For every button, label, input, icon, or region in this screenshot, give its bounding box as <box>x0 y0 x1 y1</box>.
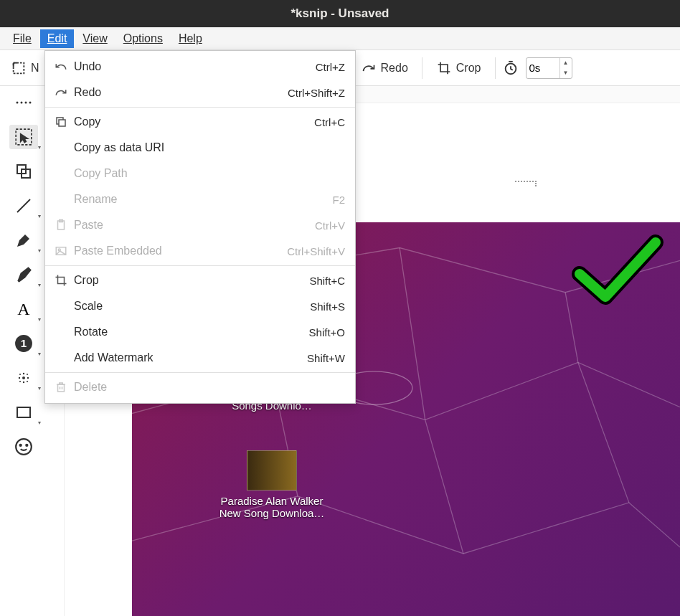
tool-rectangle[interactable]: ▾ <box>9 400 38 425</box>
menu-item-copy[interactable]: Copy Ctrl+C <box>45 109 355 135</box>
dropdown-indicator-icon: ▾ <box>38 351 41 357</box>
menu-item-undo[interactable]: Undo Ctrl+Z <box>45 54 355 80</box>
svg-point-12 <box>19 377 20 379</box>
checkmark-annotation[interactable] <box>571 231 664 310</box>
menubar: File Edit View Options Help <box>0 27 680 50</box>
tool-number[interactable]: 1 ▾ <box>9 331 38 356</box>
desktop-icon-label: Paradise Alan Walker New Song Downloa… <box>211 495 333 519</box>
menu-item-crop[interactable]: Crop Shift+C <box>45 267 355 293</box>
blank-icon <box>52 166 70 181</box>
toolbar-separator <box>495 57 496 79</box>
delay-up[interactable]: ▲ <box>560 58 572 68</box>
blank-icon <box>52 141 70 155</box>
image-icon <box>52 244 70 258</box>
new-capture-button[interactable]: N <box>4 57 46 80</box>
menu-item-shortcut: Shift+C <box>309 275 345 287</box>
menu-item-label: Copy Path <box>74 167 345 180</box>
dropdown-indicator-icon: ▾ <box>38 316 41 323</box>
tool-duplicate[interactable] <box>9 159 38 184</box>
tool-sticker[interactable] <box>9 435 38 459</box>
dropdown-indicator-icon: ▾ <box>38 385 41 392</box>
menu-item-label: Paste Embedded <box>74 245 287 257</box>
menu-item-watermark[interactable]: Add Watermark Shift+W <box>45 345 355 371</box>
menu-item-shortcut: Shift+O <box>309 326 345 338</box>
timer-icon <box>503 60 519 76</box>
svg-rect-30 <box>58 384 65 392</box>
svg-point-5 <box>29 102 32 104</box>
blank-icon <box>52 325 70 339</box>
svg-point-21 <box>16 439 32 455</box>
menu-item-label: Crop <box>74 274 309 287</box>
menu-separator <box>45 372 355 373</box>
menu-item-shortcut: Ctrl+Z <box>316 61 345 73</box>
svg-text:1: 1 <box>21 337 27 349</box>
redo-label: Redo <box>381 62 408 75</box>
dropdown-indicator-icon: ▾ <box>38 213 41 219</box>
svg-point-2 <box>16 102 19 104</box>
menu-separator <box>45 265 355 266</box>
menu-item-scale[interactable]: Scale Shift+S <box>45 293 355 319</box>
menu-view[interactable]: View <box>75 29 114 48</box>
menu-item-shortcut: Ctrl+C <box>314 116 345 128</box>
menu-item-label: Copy <box>74 115 314 128</box>
svg-point-22 <box>20 445 22 446</box>
menu-item-rotate[interactable]: Rotate Shift+O <box>45 319 355 345</box>
svg-point-4 <box>25 102 27 104</box>
crop-button[interactable]: Crop <box>430 57 488 80</box>
tool-sidebar: ▾ ▾ ▾ ▾ A ▾ 1 ▾ ▾ ▾ <box>0 86 47 616</box>
redo-button[interactable]: Redo <box>354 57 415 80</box>
tool-select[interactable]: ▾ <box>9 125 38 149</box>
svg-rect-25 <box>59 120 65 126</box>
copy-icon <box>52 115 70 129</box>
trash-icon <box>52 380 70 394</box>
menu-item-label: Rename <box>74 193 332 206</box>
menu-item-label: Delete <box>74 381 345 394</box>
menu-file[interactable]: File <box>6 29 39 48</box>
crop-select-icon <box>11 60 27 76</box>
svg-point-18 <box>19 381 21 382</box>
menu-item-label: Add Watermark <box>74 351 307 364</box>
delay-spinbox[interactable]: ▲ ▼ <box>526 57 572 79</box>
dropdown-indicator-icon: ▾ <box>38 282 41 288</box>
undo-icon <box>52 60 70 74</box>
menu-item-redo[interactable]: Redo Ctrl+Shift+Z <box>45 80 355 105</box>
menu-item-copy-data-uri[interactable]: Copy as data URI <box>45 135 355 161</box>
titlebar: *ksnip - Unsaved <box>0 0 680 27</box>
tool-pen[interactable]: ▾ <box>9 228 38 252</box>
svg-point-23 <box>26 445 27 446</box>
menu-item-label: Rotate <box>74 326 309 338</box>
toolbar-separator <box>422 57 422 79</box>
menu-item-paste-embedded: Paste Embedded Ctrl+Shift+V <box>45 238 355 264</box>
window-title: *ksnip - Unsaved <box>291 6 389 21</box>
new-button-label: N <box>31 62 39 75</box>
paste-icon <box>52 218 70 232</box>
delay-input[interactable] <box>526 60 559 75</box>
menu-item-label: Copy as data URI <box>74 141 345 154</box>
dropdown-indicator-icon: ▾ <box>38 420 41 426</box>
desktop-icon: Paradise Alan Walker New Song Downloa… <box>211 450 333 519</box>
delay-down[interactable]: ▼ <box>560 68 572 78</box>
menu-item-shortcut: Shift+W <box>307 352 345 364</box>
menu-item-delete: Delete <box>45 374 355 400</box>
tool-line[interactable]: ▾ <box>9 194 38 218</box>
tool-text[interactable]: A ▾ <box>9 297 38 321</box>
dropdown-indicator-icon: ▾ <box>38 247 41 254</box>
tool-marker[interactable]: ▾ <box>9 262 38 287</box>
svg-point-19 <box>27 381 28 382</box>
crop-icon <box>52 273 70 288</box>
menu-help[interactable]: Help <box>171 29 209 48</box>
menu-item-label: Undo <box>74 60 316 73</box>
redo-icon <box>52 85 70 100</box>
menu-options[interactable]: Options <box>116 29 170 48</box>
tool-move[interactable] <box>9 90 38 115</box>
crop-label: Crop <box>456 62 481 75</box>
tool-blur[interactable]: ▾ <box>9 366 38 390</box>
menu-item-label: Redo <box>74 86 288 99</box>
svg-point-3 <box>21 102 23 104</box>
menu-item-shortcut: Ctrl+Shift+V <box>287 245 345 257</box>
svg-point-15 <box>23 382 24 383</box>
edit-menu-dropdown: Undo Ctrl+Z Redo Ctrl+Shift+Z Copy Ctrl+… <box>44 50 356 404</box>
menu-separator <box>45 107 355 108</box>
thumbnail-icon <box>247 450 297 491</box>
menu-edit[interactable]: Edit <box>40 29 75 48</box>
